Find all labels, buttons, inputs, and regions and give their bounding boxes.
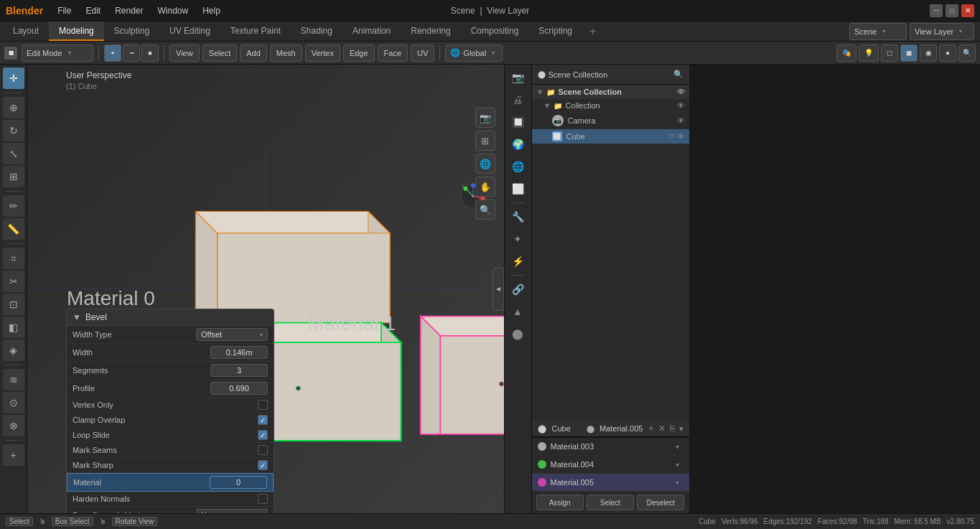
view-menu[interactable]: View — [169, 45, 200, 62]
segments-field[interactable]: 3 — [210, 364, 268, 377]
tool-cursor[interactable]: ✛ — [3, 67, 24, 89]
local-view-button[interactable]: 🌐 — [475, 154, 495, 174]
menu-window[interactable]: Window — [152, 4, 195, 17]
tool-inset[interactable]: ◧ — [3, 317, 24, 338]
tool-knife[interactable]: ✂ — [3, 271, 24, 292]
add-workspace-button[interactable]: + — [582, 22, 603, 41]
tab-layout[interactable]: Layout — [3, 22, 49, 41]
editor-type-icon[interactable]: 🔲 — [4, 47, 17, 60]
vertex-menu[interactable]: Vertex — [305, 45, 340, 62]
menu-edit[interactable]: Edit — [80, 4, 106, 17]
vertex-select-button[interactable]: ● — [104, 45, 121, 62]
camera-view-button[interactable]: 📷 — [475, 108, 495, 128]
material-1-options[interactable]: ▾ — [672, 459, 683, 470]
props-particles-icon[interactable]: ✦ — [508, 229, 528, 249]
material-field[interactable]: 0 — [210, 476, 267, 489]
select-menu[interactable]: Select — [202, 45, 238, 62]
mode-selector[interactable]: Edit Mode▾ — [22, 45, 93, 62]
collection-eye-icon[interactable]: 👁 — [677, 101, 685, 110]
close-button[interactable]: ✕ — [961, 4, 974, 17]
tool-measure[interactable]: 📏 — [3, 218, 24, 240]
n-panel-toggle[interactable]: ◀ — [493, 268, 504, 311]
edge-menu[interactable]: Edge — [343, 45, 375, 62]
tool-transform[interactable]: ⊞ — [3, 166, 24, 187]
collection-item[interactable]: ▼ 📁 Collection 👁 — [532, 99, 689, 113]
tool-extrude[interactable]: ⊡ — [3, 294, 24, 315]
tool-push-pull[interactable]: ⊗ — [3, 415, 24, 436]
viewport-area[interactable]: X Y Z User Perspective (1) Cube Material… — [27, 65, 504, 513]
bevel-panel-header[interactable]: ▼ Bevel — [67, 309, 274, 326]
props-data-icon[interactable]: ▲ — [508, 301, 528, 322]
transform-orientation[interactable]: 🌐 Global▾ — [445, 45, 503, 62]
face-menu[interactable]: Face — [378, 45, 408, 62]
add-menu[interactable]: Add — [240, 45, 267, 62]
tab-scripting[interactable]: Scripting — [528, 22, 582, 41]
select-material-button[interactable]: Select — [587, 495, 634, 510]
props-view-layer-icon[interactable]: 🔲 — [508, 112, 528, 132]
vertex-only-checkbox[interactable] — [258, 400, 268, 410]
tool-smooth[interactable]: ≋ — [3, 369, 24, 390]
material-2-options[interactable]: ▾ — [672, 477, 683, 488]
props-constraint-icon[interactable]: 🔗 — [508, 279, 528, 299]
scene-selector[interactable]: Scene▾ — [849, 23, 907, 40]
tab-sculpting[interactable]: Sculpting — [104, 22, 159, 41]
tab-rendering[interactable]: Rendering — [401, 22, 460, 41]
props-world-icon[interactable]: 🌐 — [508, 156, 528, 177]
width-type-dropdown[interactable]: Offset ▾ — [196, 328, 268, 341]
tab-shading[interactable]: Shading — [291, 22, 342, 41]
minimize-button[interactable]: ─ — [930, 4, 943, 17]
uv-menu[interactable]: UV — [411, 45, 434, 62]
tool-scale[interactable]: ⤡ — [3, 143, 24, 164]
scene-collection-header[interactable]: ▼ 📁 Scene Collection 👁 — [532, 85, 689, 99]
move-viewport-button[interactable]: ✋ — [475, 177, 495, 197]
material-entry-0[interactable]: Material.003 ▾ — [532, 438, 689, 456]
tab-modeling[interactable]: Modeling — [49, 22, 104, 41]
tab-compositing[interactable]: Compositing — [461, 22, 529, 41]
material-entry-2[interactable]: Material.005 ▾ — [532, 474, 689, 492]
cube-eye-icon[interactable]: 👁 — [677, 132, 685, 141]
loop-slide-checkbox[interactable] — [258, 430, 268, 440]
cube-item[interactable]: ⬜ Cube 🛡 👁 — [532, 129, 689, 144]
tab-uv-editing[interactable]: UV Editing — [159, 22, 220, 41]
viewport-shading-material[interactable]: ◉ — [920, 45, 937, 62]
mark-sharp-checkbox[interactable] — [258, 460, 268, 470]
props-material-icon[interactable]: ⬤ — [508, 324, 528, 344]
harden-normals-checkbox[interactable] — [258, 494, 268, 504]
tool-rotate[interactable]: ↻ — [3, 120, 24, 141]
tab-texture-paint[interactable]: Texture Paint — [220, 22, 291, 41]
props-modifier-icon[interactable]: 🔧 — [508, 207, 528, 227]
props-render-icon[interactable]: 📷 — [508, 67, 528, 88]
menu-file[interactable]: File — [52, 4, 77, 17]
viewport-shading-wire[interactable]: ◻ — [881, 45, 898, 62]
material-0-options[interactable]: ▾ — [672, 441, 683, 452]
tool-shrink[interactable]: ⊙ — [3, 392, 24, 413]
tab-animation[interactable]: Animation — [342, 22, 401, 41]
material-add-icon[interactable]: + — [648, 423, 653, 434]
search-button[interactable]: 🔍 — [958, 45, 976, 62]
perspective-button[interactable]: ⊞ — [475, 131, 495, 151]
profile-field[interactable]: 0.690 — [210, 382, 268, 395]
assign-button[interactable]: Assign — [536, 495, 584, 510]
face-strength-dropdown[interactable]: None▾ — [196, 509, 268, 513]
overlay-toggle[interactable]: 🎭 — [836, 45, 857, 62]
face-select-button[interactable]: ■ — [141, 45, 159, 62]
menu-help[interactable]: Help — [197, 4, 226, 17]
edge-select-button[interactable]: ━ — [123, 45, 140, 62]
maximize-button[interactable]: □ — [946, 4, 958, 17]
props-header-filter[interactable]: 🔍 — [673, 70, 683, 79]
width-field[interactable]: 0.146m — [210, 346, 268, 359]
props-output-icon[interactable]: 🖨 — [508, 90, 528, 110]
tool-move[interactable]: ⊕ — [3, 97, 24, 118]
props-scene-icon[interactable]: 🌍 — [508, 134, 528, 154]
tool-annotate[interactable]: ✏ — [3, 195, 24, 217]
shading-toggle[interactable]: 💡 — [859, 45, 879, 62]
view-layer-selector[interactable]: View Layer▾ — [910, 23, 974, 40]
clamp-overlap-checkbox[interactable] — [258, 415, 268, 425]
material-filter-icon[interactable]: ▾ — [679, 424, 683, 434]
tool-loop-cut[interactable]: ⌗ — [3, 248, 24, 269]
menu-render[interactable]: Render — [109, 4, 149, 17]
tool-bevel[interactable]: ◈ — [3, 340, 24, 361]
camera-item[interactable]: 📷 Camera 👁 — [532, 113, 689, 129]
tool-add[interactable]: + — [3, 444, 24, 466]
viewport-shading-solid[interactable]: ◼ — [900, 45, 918, 62]
